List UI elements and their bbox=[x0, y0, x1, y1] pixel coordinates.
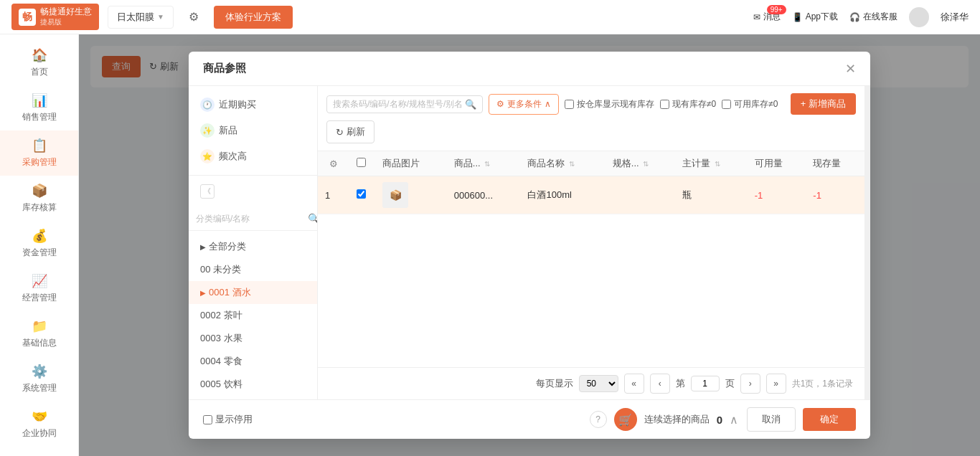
category-liquor[interactable]: ▶ 0001 酒水 bbox=[189, 281, 317, 304]
table-row[interactable]: 1 📦 000600... 白酒100ml bbox=[318, 176, 864, 214]
phone-icon: 📱 bbox=[792, 12, 803, 22]
collapse-left-btn[interactable]: 《 bbox=[200, 184, 215, 199]
product-search-box: 🔍 bbox=[326, 95, 483, 113]
sidebar-item-home[interactable]: 🏠 首页 bbox=[0, 40, 78, 85]
cancel-button[interactable]: 取消 bbox=[747, 407, 796, 432]
scrollbar[interactable] bbox=[864, 86, 870, 399]
cart-icon[interactable]: 🛒 bbox=[614, 408, 637, 431]
prev-page-btn[interactable]: ‹ bbox=[650, 374, 670, 394]
settings-icon[interactable]: ⚙ bbox=[182, 6, 205, 29]
active-expand-icon: ▶ bbox=[200, 289, 206, 297]
dialog-body: 🕐 近期购买 ✨ 新品 ⭐ 频次高 bbox=[189, 86, 870, 399]
new-products-icon: ✨ bbox=[200, 123, 215, 138]
business-icon: 📈 bbox=[32, 273, 47, 289]
main-area: 查询 ↻ 刷新 设置 商品参照 ✕ 🕐 bbox=[79, 34, 980, 456]
select-all-checkbox[interactable] bbox=[357, 158, 366, 167]
product-table-wrap: ⚙ 商品图片 商品... bbox=[318, 151, 864, 367]
category-fruit[interactable]: 0003 水果 bbox=[189, 327, 317, 350]
sidebar: 🏠 首页 📊 销售管理 📋 采购管理 📦 库存核算 💰 资金管理 📈 经营管理 … bbox=[0, 34, 79, 456]
category-tea[interactable]: 0002 茶叶 bbox=[189, 304, 317, 327]
purchase-icon: 📋 bbox=[32, 138, 47, 153]
row-stock: -1 bbox=[806, 176, 864, 214]
nav-recent-purchase[interactable]: 🕐 近期购买 bbox=[189, 92, 317, 118]
product-search-icon[interactable]: 🔍 bbox=[465, 99, 476, 110]
sidebar-item-finance[interactable]: 💰 资金管理 bbox=[0, 221, 78, 266]
dialog-toolbar: 🔍 ⚙ 更多条件 ∧ 按仓库显示现有库存 bbox=[318, 86, 864, 151]
chevron-down-icon: ▼ bbox=[157, 13, 164, 21]
dialog-overlay: 商品参照 ✕ 🕐 近期购买 ✨ bbox=[79, 34, 980, 456]
row-seq: 1 bbox=[318, 176, 349, 214]
sidebar-item-guide[interactable]: 📖 新手引导 bbox=[0, 447, 78, 456]
col-unit: 主计量 ⇅ bbox=[675, 151, 747, 176]
product-image-placeholder: 📦 bbox=[390, 189, 402, 201]
app-download-nav-item[interactable]: 📱 App下载 bbox=[792, 11, 838, 23]
category-search-input[interactable] bbox=[196, 214, 303, 224]
username[interactable]: 徐泽华 bbox=[941, 11, 969, 24]
check-by-warehouse[interactable] bbox=[565, 100, 574, 109]
more-filter-btn[interactable]: ⚙ 更多条件 ∧ bbox=[489, 94, 559, 115]
col-stock: 现存量 bbox=[806, 151, 864, 176]
row-check[interactable] bbox=[349, 176, 375, 214]
sort-name-icon[interactable]: ⇅ bbox=[569, 160, 575, 168]
product-reference-dialog: 商品参照 ✕ 🕐 近期购买 ✨ bbox=[189, 52, 870, 439]
help-icon[interactable]: ? bbox=[590, 411, 607, 428]
filter-chevron-icon: ∧ bbox=[545, 99, 551, 109]
sidebar-item-system[interactable]: ⚙️ 系统管理 bbox=[0, 356, 78, 402]
collapse-up-icon[interactable]: ∧ bbox=[730, 413, 738, 427]
row-spec bbox=[606, 176, 675, 214]
per-page-select[interactable]: 50 100 200 bbox=[579, 375, 618, 392]
col-code: 商品... ⇅ bbox=[447, 151, 521, 176]
category-beverage[interactable]: 0005 饮料 bbox=[189, 373, 317, 396]
trial-btn[interactable]: 体验行业方案 bbox=[214, 6, 293, 29]
check-available-nonzero[interactable] bbox=[722, 100, 731, 109]
sort-spec-icon[interactable]: ⇅ bbox=[643, 160, 649, 168]
checkbox-available-nonzero[interactable]: 可用库存≠0 bbox=[722, 98, 778, 110]
show-disabled-footer-checkbox[interactable]: 显示停用 bbox=[203, 413, 253, 426]
refresh-icon: ↻ bbox=[336, 127, 344, 138]
sidebar-item-purchase[interactable]: 📋 采购管理 bbox=[0, 130, 78, 176]
first-page-btn[interactable]: « bbox=[624, 374, 644, 394]
logo[interactable]: 畅 畅捷通好生意 捷易版 bbox=[11, 4, 99, 31]
add-product-btn[interactable]: + 新增商品 bbox=[791, 93, 856, 115]
last-page-btn[interactable]: » bbox=[766, 374, 786, 394]
nav-new-products[interactable]: ✨ 新品 bbox=[189, 118, 317, 143]
sort-code-icon[interactable]: ⇅ bbox=[484, 160, 490, 168]
nav-company-dropdown[interactable]: 日太阳膜 ▼ bbox=[108, 6, 174, 29]
left-nav: 🕐 近期购买 ✨ 新品 ⭐ 频次高 bbox=[189, 86, 317, 176]
dialog-close-button[interactable]: ✕ bbox=[845, 62, 856, 75]
check-existing-nonzero[interactable] bbox=[660, 100, 669, 109]
sidebar-item-basic-info[interactable]: 📁 基础信息 bbox=[0, 311, 78, 356]
sidebar-item-business[interactable]: 📈 经营管理 bbox=[0, 266, 78, 311]
page-number-input[interactable] bbox=[691, 376, 720, 391]
dialog-left-panel: 🕐 近期购买 ✨ 新品 ⭐ 频次高 bbox=[189, 86, 318, 399]
checkbox-by-warehouse[interactable]: 按仓库显示现有库存 bbox=[565, 98, 654, 110]
top-nav: 畅 畅捷通好生意 捷易版 日太阳膜 ▼ ⚙ 体验行业方案 ✉ 消息 99+ 📱 … bbox=[0, 0, 980, 34]
col-settings[interactable]: ⚙ bbox=[318, 151, 349, 176]
sidebar-item-sales[interactable]: 📊 销售管理 bbox=[0, 85, 78, 130]
avatar[interactable] bbox=[909, 7, 929, 27]
sidebar-item-enterprise[interactable]: 🤝 企业协同 bbox=[0, 402, 78, 447]
checkbox-existing-nonzero[interactable]: 现有库存≠0 bbox=[660, 98, 716, 110]
dialog-header: 商品参照 ✕ bbox=[189, 52, 870, 86]
page-word: 第 bbox=[676, 377, 685, 390]
service-nav-item[interactable]: 🎧 在线客服 bbox=[849, 11, 897, 23]
logo-text: 畅捷通好生意 捷易版 bbox=[40, 6, 92, 28]
sort-unit-icon[interactable]: ⇅ bbox=[715, 160, 720, 168]
refresh-btn[interactable]: ↻ 刷新 bbox=[326, 120, 374, 143]
nav-high-frequency[interactable]: ⭐ 频次高 bbox=[189, 143, 317, 169]
message-nav-item[interactable]: ✉ 消息 99+ bbox=[753, 11, 781, 23]
next-page-btn[interactable]: › bbox=[740, 374, 760, 394]
category-snack[interactable]: 0004 零食 bbox=[189, 350, 317, 373]
confirm-button[interactable]: 确定 bbox=[803, 408, 856, 431]
row-checkbox[interactable] bbox=[357, 189, 366, 199]
sidebar-item-inventory[interactable]: 📦 库存核算 bbox=[0, 176, 78, 221]
footer-buttons: 取消 确定 bbox=[747, 407, 856, 432]
category-search-row: 🔍 bbox=[189, 207, 317, 231]
category-all[interactable]: ▶ 全部分类 bbox=[189, 235, 317, 258]
product-search-input[interactable] bbox=[333, 99, 462, 109]
category-search-icon[interactable]: 🔍 bbox=[308, 213, 318, 224]
system-icon: ⚙️ bbox=[32, 364, 47, 379]
category-unclassified[interactable]: 00 未分类 bbox=[189, 258, 317, 281]
show-disabled-footer-check[interactable] bbox=[203, 415, 212, 424]
high-frequency-icon: ⭐ bbox=[200, 149, 215, 163]
